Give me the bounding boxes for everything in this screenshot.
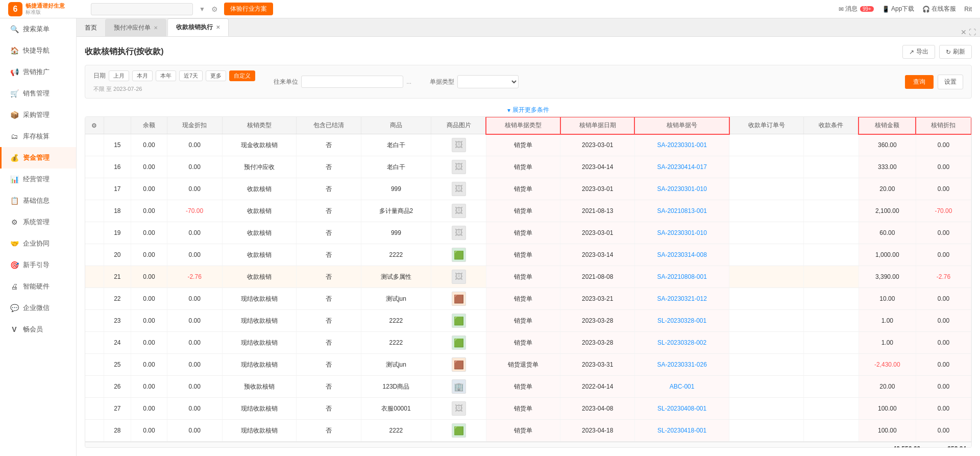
cell-verify-doc-no[interactable]: SA-20230301-001 [634, 134, 729, 156]
cell-gear[interactable] [85, 398, 104, 420]
hardware-icon: 🖨 [10, 282, 19, 291]
cell-gear[interactable] [85, 332, 104, 354]
expand-more-bar[interactable]: ▾ 展开更多条件 [85, 104, 972, 116]
date-this-year-btn[interactable]: 本年 [156, 70, 176, 81]
date-more-btn[interactable]: 更多 [206, 70, 226, 81]
cell-verify-doc-no[interactable]: SA-20230331-026 [634, 354, 729, 376]
online-service-btn[interactable]: 🎧 在线客服 [922, 5, 956, 13]
tab-receipt-close[interactable]: ✕ [216, 25, 220, 30]
top-search-input[interactable] [91, 3, 193, 15]
sidebar-item-basic[interactable]: 📋 基础信息 [0, 190, 76, 211]
user-name[interactable]: Rit [964, 6, 972, 13]
cell-gear[interactable] [85, 376, 104, 398]
cell-balance: 0.00 [131, 178, 167, 200]
sidebar-item-hardware[interactable]: 🖨 智能硬件 [0, 276, 76, 297]
date-custom-btn[interactable]: 自定义 [229, 70, 255, 81]
tab-receipt[interactable]: 收款核销执行 ✕ [167, 18, 229, 36]
doctype-select[interactable] [457, 75, 519, 88]
sidebar-item-inventory[interactable]: 🗂 库存核算 [0, 126, 76, 147]
cell-gear[interactable] [85, 288, 104, 310]
filter-date-section: 日期 上月 本月 本年 近7天 更多 自定义 不限 至 2023-07-26 [93, 70, 255, 93]
cell-verify-doc-no[interactable]: SA-20230321-012 [634, 288, 729, 310]
cell-product-img: 🏢 [431, 376, 486, 398]
cell-gear[interactable] [85, 156, 104, 178]
message-btn[interactable]: ✉ 消息 99+ [839, 5, 874, 13]
sidebar-item-guide[interactable]: 🎯 新手引导 [0, 254, 76, 276]
cell-receipt-order-no [729, 134, 804, 156]
cell-product-img: 🖼 [431, 398, 486, 420]
cell-verify-type: 现金收款核销 [222, 134, 297, 156]
date-7days-btn[interactable]: 近7天 [179, 70, 203, 81]
cell-verify-doc-no[interactable]: SL-20230418-001 [634, 420, 729, 442]
cell-gear[interactable] [85, 310, 104, 332]
table-row: 21 0.00 -2.76 收款核销 否 测试多属性 🖼 销货单 2021-08… [85, 266, 971, 288]
col-gear[interactable]: ⚙ [85, 117, 104, 134]
tab-prepay[interactable]: 预付冲应付单 ✕ [105, 19, 166, 36]
date-this-month-btn[interactable]: 本月 [132, 70, 153, 81]
sidebar-item-operations[interactable]: 📊 经营管理 [0, 169, 76, 190]
sidebar-item-member[interactable]: V 畅会员 [0, 319, 76, 340]
partner-input[interactable] [301, 76, 403, 88]
cell-verify-doc-no[interactable]: SA-20230314-008 [634, 244, 729, 266]
product-img: 🖼 [452, 226, 466, 240]
cell-verify-doc-no[interactable]: SA-20230301-010 [634, 178, 729, 200]
cell-gear[interactable] [85, 178, 104, 200]
product-img: 🟩 [452, 335, 466, 350]
dropdown-icon[interactable]: ▼ [199, 6, 205, 13]
cell-gear[interactable] [85, 200, 104, 222]
refresh-btn[interactable]: ↻ 刷新 [939, 45, 972, 59]
cell-verify-doc-no[interactable]: SA-20210808-001 [634, 266, 729, 288]
sidebar-item-shortcut[interactable]: 🏠 快捷导航 [0, 40, 76, 61]
cell-verify-doc-no[interactable]: SA-20230301-010 [634, 222, 729, 244]
cell-verify-doc-no[interactable]: SA-20210813-001 [634, 200, 729, 222]
data-table-container[interactable]: ⚙ 余额 现金折扣 核销类型 包含已结清 商品 商品图片 核销单据类型 核销单据… [85, 116, 972, 448]
sidebar-item-enterprise[interactable]: 🤝 企业协同 [0, 233, 76, 254]
cell-verify-type: 现结收款核销 [222, 398, 297, 420]
search-icon: 🔍 [10, 25, 19, 34]
date-last-month-btn[interactable]: 上月 [109, 70, 129, 81]
cell-cash-discount: 0.00 [167, 310, 222, 332]
settings-icon[interactable]: ⚙ [211, 5, 218, 13]
sidebar-item-finance[interactable]: 💰 资金管理 [0, 147, 76, 169]
app-download-btn[interactable]: 📱 App下载 [882, 5, 914, 13]
cell-gear[interactable] [85, 266, 104, 288]
sidebar-item-system[interactable]: ⚙ 系统管理 [0, 211, 76, 233]
cell-num: 26 [104, 376, 131, 398]
cell-verify-doc-no[interactable]: SA-20230414-017 [634, 156, 729, 178]
cell-verify-doc-date: 2023-03-01 [560, 222, 635, 244]
cell-gear[interactable] [85, 354, 104, 376]
sidebar-item-marketing[interactable]: 📢 营销推广 [0, 61, 76, 83]
sidebar-item-wechat[interactable]: 💬 企业微信 [0, 297, 76, 319]
cell-receipt-order-no [729, 376, 804, 398]
cell-receipt-order-no [729, 420, 804, 442]
verify-amount-total: 40,556,66... [874, 445, 925, 448]
cell-num: 28 [104, 420, 131, 442]
cell-gear[interactable] [85, 222, 104, 244]
sidebar-item-sales[interactable]: 🛒 销售管理 [0, 83, 76, 104]
cell-num: 27 [104, 398, 131, 420]
cell-gear[interactable] [85, 420, 104, 442]
cell-verify-doc-no[interactable]: SL-20230408-001 [634, 398, 729, 420]
maximize-icon[interactable]: ⛶ [969, 28, 976, 36]
sidebar-item-search[interactable]: 🔍 搜索菜单 [0, 18, 76, 40]
enterprise-icon: 🤝 [10, 239, 19, 248]
filter-settings-btn[interactable]: 设置 [938, 75, 963, 89]
cell-verify-doc-no[interactable]: SL-20230328-001 [634, 310, 729, 332]
cell-gear[interactable] [85, 134, 104, 156]
cell-verify-doc-no[interactable]: SL-20230328-002 [634, 332, 729, 354]
col-balance: 余额 [131, 117, 167, 134]
cell-receipt-order-no [729, 200, 804, 222]
industry-btn[interactable]: 体验行业方案 [224, 3, 273, 15]
cell-product: 测试jun [361, 354, 431, 376]
tab-prepay-close[interactable]: ✕ [154, 25, 158, 31]
sidebar-item-purchase[interactable]: 📦 采购管理 [0, 104, 76, 126]
close-window-icon[interactable]: ✕ [961, 28, 967, 36]
export-btn[interactable]: ↗ 导出 [902, 45, 935, 59]
cell-verify-discount: 0.00 [916, 288, 971, 310]
cell-gear[interactable] [85, 244, 104, 266]
query-btn[interactable]: 查询 [905, 75, 934, 89]
cell-verify-doc-no[interactable]: ABC-001 [634, 376, 729, 398]
page-content: 收款核销执行(按收款) ↗ 导出 ↻ 刷新 日期 [77, 37, 980, 456]
tab-home[interactable]: 首页 [77, 19, 105, 36]
partner-dots[interactable]: ... [406, 78, 411, 85]
